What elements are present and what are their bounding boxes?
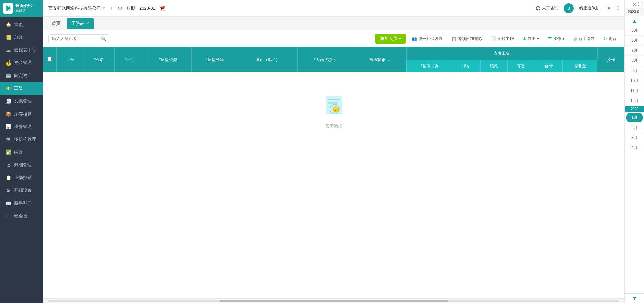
calendar-icon[interactable]: 📅 xyxy=(159,6,165,11)
report-filter-icon[interactable]: ▽ xyxy=(388,58,390,62)
search-wrapper: 🔍 xyxy=(48,34,109,43)
social-setting-button[interactable]: 👥 统一社保设置 xyxy=(409,34,445,43)
dropdown-arrow-icon: ▾ xyxy=(399,37,401,41)
guide-icon: ◎ xyxy=(573,36,577,41)
sidebar-item-invoice[interactable]: 🧾 发票管理 xyxy=(0,95,43,107)
app-edition: 旗舰版 xyxy=(15,9,34,13)
tax-declaration-button[interactable]: 📄 个税申报 xyxy=(488,34,517,43)
maximize-window-icon[interactable]: ⛶ xyxy=(614,5,619,11)
deduction-icon: 📋 xyxy=(451,36,457,41)
sidebar-item-multi-org[interactable]: 🏛 多机构管理 xyxy=(0,133,43,146)
empty-icon: 😕 xyxy=(320,92,347,119)
export-label: 导出 xyxy=(528,36,536,42)
close-window-icon[interactable]: ✕ xyxy=(607,5,611,11)
th-total: 合计 xyxy=(535,60,562,72)
right-panel-header: 2023.01 xyxy=(625,8,644,16)
month-item-11[interactable]: 11月 xyxy=(625,86,644,96)
sidebar-item-cloud-report[interactable]: ☁ 云报表中心 xyxy=(0,44,43,56)
refresh-button[interactable]: ↻ 刷新 xyxy=(601,34,619,43)
app-logo: 畅 畅通好会计 旗舰版 xyxy=(0,0,43,17)
sidebar-item-inventory[interactable]: 📦 库存核算 xyxy=(0,107,43,120)
th-name: *姓名 xyxy=(84,47,114,72)
add-person-label: 添加人员 xyxy=(380,36,397,42)
operations-button[interactable]: ☰ 操作 ▾ xyxy=(545,34,567,43)
nav-up-icon[interactable]: ▲ xyxy=(630,17,639,24)
content-area: 🔍 添加人员 ▾ 👥 统一社保设置 📋 专项附加扣除 📄 个税申报 xyxy=(43,30,624,303)
headset-icon: 🎧 xyxy=(536,6,541,11)
nav-down-icon[interactable]: ▼ xyxy=(630,295,639,302)
search-input[interactable] xyxy=(48,34,109,43)
sidebar-item-label: 发票管理 xyxy=(14,98,32,104)
th-report-status: 报送状态 ▽ xyxy=(353,47,407,72)
sidebar-item-tax[interactable]: 📊 税务管理 xyxy=(0,120,43,133)
cloud-icon: ☁ xyxy=(5,47,11,53)
company-selector[interactable]: 西安虾米网络科技有限公司 ▾ xyxy=(48,5,105,11)
social-icon: 👥 xyxy=(412,36,417,41)
month-item-9[interactable]: 9月 xyxy=(625,66,644,76)
sidebar-item-label: 基础设置 xyxy=(14,187,32,193)
guide-button[interactable]: ◎ 新手引导 xyxy=(571,34,597,43)
month-item-10[interactable]: 10月 xyxy=(625,76,644,86)
search-icon[interactable]: 🔍 xyxy=(101,36,106,41)
sidebar-item-home[interactable]: 🏠 首页 xyxy=(0,18,43,31)
month-item-8[interactable]: 8月 xyxy=(625,56,644,66)
sidebar-item-settings[interactable]: ⚙ 基础设置 xyxy=(0,184,43,197)
month-item-2[interactable]: 2月 xyxy=(625,123,644,133)
month-item-3[interactable]: 3月 xyxy=(625,133,644,143)
status-filter-icon[interactable]: ▽ xyxy=(334,58,337,62)
sidebar-item-archive[interactable]: 🗂 归档管理 xyxy=(0,159,43,171)
add-company-icon[interactable]: ＋ xyxy=(109,5,114,12)
sidebar-item-settlement[interactable]: ✅ 结账 xyxy=(0,146,43,159)
sidebar-item-member[interactable]: ◇ 畅会员 xyxy=(0,210,43,222)
add-person-button[interactable]: 添加人员 ▾ xyxy=(375,34,406,44)
refresh-icon: ↻ xyxy=(603,36,607,41)
special-deduction-button[interactable]: 📋 专项附加扣除 xyxy=(449,34,485,43)
right-panel-footer: ▼ xyxy=(625,293,644,303)
table-scrollbar[interactable] xyxy=(43,298,624,303)
svg-text:😕: 😕 xyxy=(333,106,339,113)
month-list: 5月 6月 7月 8月 9月 10月 11月 12月 2023 1月 2月 3月… xyxy=(625,26,644,293)
month-item-12[interactable]: 12月 xyxy=(625,96,644,106)
settings-icon[interactable]: ⚙ xyxy=(118,5,122,11)
period-label: 账期 xyxy=(126,5,135,11)
sidebar-item-guide[interactable]: 📖 新手引导 xyxy=(0,197,43,210)
th-salary-group: 应发工资 xyxy=(406,47,597,60)
empty-text: 暂无数据 xyxy=(325,123,343,129)
sidebar-item-label: 新手引导 xyxy=(14,200,32,206)
tax-declaration-label: 个税申报 xyxy=(498,36,514,42)
sidebar-item-ledger[interactable]: 📒 总账 xyxy=(0,31,43,44)
sidebar-item-label: 固定资产 xyxy=(14,73,32,79)
select-all-checkbox[interactable] xyxy=(47,57,52,61)
sidebar-item-fixed-assets[interactable]: 🏢 固定资产 xyxy=(0,69,43,82)
month-item-7[interactable]: 7月 xyxy=(625,46,644,56)
month-item-5[interactable]: 5月 xyxy=(625,26,644,36)
sidebar-item-expense[interactable]: 📋 小畅报销 xyxy=(0,171,43,184)
svg-rect-1 xyxy=(328,99,340,100)
export-button[interactable]: ⬇ 导出 ▾ xyxy=(520,34,542,43)
sidebar-item-fund[interactable]: 💰 资金管理 xyxy=(0,56,43,69)
sidebar-item-label: 小畅报销 xyxy=(14,175,32,181)
tab-home[interactable]: 首页 xyxy=(47,18,65,29)
sidebar-item-salary[interactable]: 💵 工资 xyxy=(0,82,43,95)
th-performance: 绩效 xyxy=(480,60,507,72)
tab-home-label: 首页 xyxy=(52,20,61,27)
special-deduction-label: 专项附加扣除 xyxy=(458,36,482,42)
th-pension: 养老金 xyxy=(562,60,597,72)
th-checkbox[interactable] xyxy=(43,47,56,72)
ops-arrow-icon: ▾ xyxy=(563,36,565,41)
th-dept: *部门 xyxy=(114,47,145,72)
tab-salary[interactable]: 工资表 ✕ xyxy=(67,18,94,29)
panel-expand-button[interactable]: ⛶ xyxy=(638,1,643,8)
tab-close-icon[interactable]: ✕ xyxy=(86,21,89,26)
month-item-4[interactable]: 4月 xyxy=(625,143,644,153)
panel-close-button[interactable]: ✕ xyxy=(632,1,637,8)
month-item-6[interactable]: 6月 xyxy=(625,36,644,46)
logo-icon: 畅 xyxy=(3,3,13,14)
service-button[interactable]: 🎧 人工咨询 xyxy=(536,5,558,11)
sidebar-item-label: 库存核算 xyxy=(14,111,32,117)
fund-icon: 💰 xyxy=(5,60,11,66)
month-item-1[interactable]: 1月 xyxy=(626,113,643,123)
table-wrapper: 工号 *姓名 *部门 *证型类型 *证型号码 国籍（地区） *人员状态 ▽ 报送… xyxy=(43,47,624,298)
main-content: 西安虾米网络科技有限公司 ▾ ＋ ⚙ 账期 2023-01 📅 🎧 人工咨询 B… xyxy=(43,0,624,303)
app-name: 畅通好会计 xyxy=(15,3,34,8)
